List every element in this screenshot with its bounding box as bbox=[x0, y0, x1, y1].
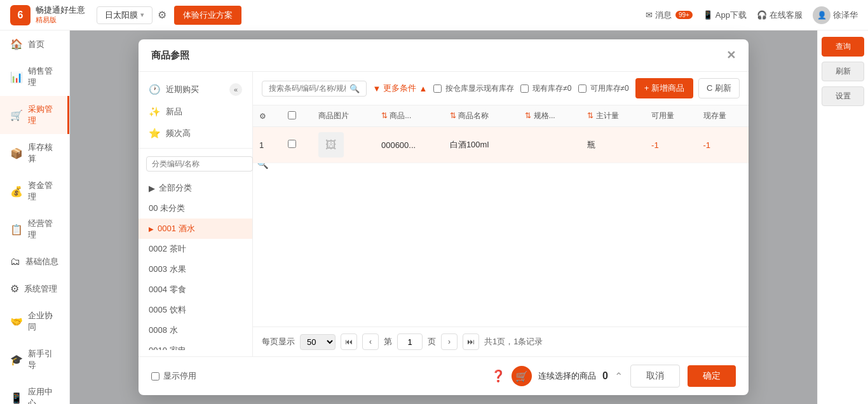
col-unit: ⇅ 主计量 bbox=[581, 105, 645, 127]
guide-icon: 🎓 bbox=[10, 354, 23, 366]
sidebar-item-management[interactable]: 📋 经营管理 bbox=[0, 210, 69, 248]
page-label: 第 bbox=[384, 336, 392, 347]
logo-sub: 精易版 bbox=[36, 15, 85, 25]
category-0005-label: 0005 饮料 bbox=[149, 304, 186, 316]
available-nonzero-checkbox[interactable] bbox=[578, 84, 587, 93]
warehouse-checkbox-row[interactable]: 按仓库显示现有库存 bbox=[433, 83, 514, 94]
footer-collapse-icon[interactable]: ⌃ bbox=[614, 370, 623, 382]
new-product-nav[interactable]: ✨ 新品 bbox=[139, 101, 252, 123]
app-download-nav-item[interactable]: 📱 App下载 bbox=[703, 10, 747, 21]
frequent-nav[interactable]: ⭐ 频次高 bbox=[139, 123, 252, 144]
row-stock: -1 bbox=[697, 127, 749, 163]
page-prev-button[interactable]: ‹ bbox=[362, 333, 379, 350]
store-name: 日太阳膜 bbox=[105, 10, 138, 21]
sidebar-item-system[interactable]: ⚙ 系统管理 bbox=[0, 275, 69, 302]
category-0005[interactable]: 0005 饮料 bbox=[139, 300, 252, 320]
sidebar-item-guide[interactable]: 🎓 新手引导 bbox=[0, 340, 69, 379]
message-nav-item[interactable]: ✉ 消息 99+ bbox=[646, 10, 693, 21]
category-0002[interactable]: 0002 茶叶 bbox=[139, 239, 252, 259]
page-last-button[interactable]: ⏭ bbox=[463, 333, 479, 350]
confirm-button[interactable]: 确定 bbox=[688, 365, 736, 387]
row-spec bbox=[519, 127, 581, 163]
category-list: ▶ 全部分类 00 未分类 ▶ 0001 酒水 0002 茶 bbox=[139, 175, 252, 350]
sidebar-item-sales[interactable]: 📊 销售管理 bbox=[0, 58, 69, 96]
help-icon[interactable]: ❓ bbox=[491, 369, 505, 383]
product-search-icon[interactable]: 🔍 bbox=[349, 84, 360, 93]
sidebar-item-basic-info[interactable]: 🗂 基础信息 bbox=[0, 248, 69, 275]
sidebar-label-basic-info: 基础信息 bbox=[25, 256, 58, 267]
cart-button[interactable]: 🛒 bbox=[512, 366, 532, 386]
query-button[interactable]: 查询 bbox=[822, 37, 864, 57]
sidebar-item-inventory[interactable]: 📦 库存核算 bbox=[0, 134, 69, 172]
category-00[interactable]: 00 未分类 bbox=[139, 198, 252, 219]
refresh-button[interactable]: C 刷新 bbox=[698, 78, 740, 98]
page-next-button[interactable]: › bbox=[441, 333, 458, 350]
page-first-button[interactable]: ⏮ bbox=[341, 333, 357, 350]
panel-refresh-button[interactable]: 刷新 bbox=[822, 62, 864, 81]
sales-icon: 📊 bbox=[10, 71, 23, 83]
select-all-checkbox[interactable] bbox=[288, 111, 296, 119]
show-disabled-checkbox[interactable] bbox=[151, 372, 159, 380]
category-all[interactable]: ▶ 全部分类 bbox=[139, 178, 252, 198]
recent-purchase-nav[interactable]: 🕐 近期购买 « bbox=[139, 78, 252, 101]
store-selector[interactable]: 日太阳膜 ▾ bbox=[97, 6, 153, 24]
filter-button[interactable]: ▼ 更多条件 ▲ bbox=[373, 83, 428, 94]
table-row[interactable]: 1 🖼 000600... 白酒100ml 瓶 bbox=[253, 127, 749, 163]
sidebar-label-system: 系统管理 bbox=[24, 283, 57, 295]
modal-footer: 显示停用 ❓ 🛒 连续选择的商品 0 ⌃ 取消 确定 bbox=[139, 356, 749, 395]
sidebar-item-finance[interactable]: 💰 资金管理 bbox=[0, 172, 69, 210]
modal-backdrop: 商品参照 ✕ 🕐 近期购买 « ✨ 新品 bbox=[70, 30, 817, 404]
page-size-select[interactable]: 20 50 100 bbox=[300, 334, 336, 350]
category-0010[interactable]: 0010 家电 bbox=[139, 340, 252, 350]
category-search-input[interactable] bbox=[146, 156, 253, 172]
show-disabled-checkbox-row[interactable]: 显示停用 bbox=[151, 370, 196, 382]
col-image: 商品图片 bbox=[312, 105, 375, 127]
settings-button[interactable]: 设置 bbox=[822, 86, 864, 106]
sidebar-item-purchase[interactable]: 🛒 采购管理 bbox=[0, 96, 69, 134]
row-num: 1 bbox=[253, 127, 281, 163]
sidebar-label-inventory: 库存核算 bbox=[28, 142, 59, 165]
page-number-input[interactable] bbox=[397, 333, 423, 350]
category-0003[interactable]: 0003 水果 bbox=[139, 259, 252, 279]
online-service-label: 在线客服 bbox=[770, 10, 803, 21]
col-settings[interactable]: ⚙ bbox=[253, 105, 281, 127]
gear-icon[interactable]: ⚙ bbox=[158, 9, 166, 21]
sidebar-item-apps[interactable]: 📱 应用中心 bbox=[0, 379, 69, 404]
sidebar-item-home[interactable]: 🏠 首页 bbox=[0, 30, 69, 58]
sidebar-label-home: 首页 bbox=[28, 39, 44, 50]
stock-nonzero-checkbox-row[interactable]: 现有库存≠0 bbox=[520, 83, 571, 94]
stock-nonzero-checkbox[interactable] bbox=[520, 84, 529, 93]
category-search-row: 🔍 bbox=[139, 152, 252, 175]
category-0008[interactable]: 0008 水 bbox=[139, 320, 252, 340]
user-avatar: 👤 bbox=[813, 6, 831, 24]
pagination-bar: 每页显示 20 50 100 ⏮ ‹ 第 页 › bbox=[253, 327, 749, 356]
row-unit: 瓶 bbox=[581, 127, 645, 163]
logo-area: 6 畅捷通好生意 精易版 bbox=[10, 5, 86, 25]
left-sidebar: 🏠 首页 📊 销售管理 🛒 采购管理 📦 库存核算 💰 资金管理 📋 经营管理 … bbox=[0, 30, 70, 404]
user-area[interactable]: 👤 徐泽华 bbox=[813, 6, 858, 24]
message-label: 消息 bbox=[655, 10, 672, 21]
apps-icon: 📱 bbox=[10, 392, 23, 404]
filter-label: 更多条件 bbox=[383, 83, 416, 94]
category-0001-label: 0001 酒水 bbox=[158, 223, 195, 234]
trial-button[interactable]: 体验行业方案 bbox=[174, 6, 241, 25]
category-0004[interactable]: 0004 零食 bbox=[139, 279, 252, 300]
system-icon: ⚙ bbox=[10, 283, 19, 295]
page-label2: 页 bbox=[428, 336, 436, 347]
recent-purchase-label: 近期购买 bbox=[166, 84, 199, 95]
stock-nonzero-label: 现有库存≠0 bbox=[532, 83, 571, 94]
sidebar-label-purchase: 采购管理 bbox=[28, 104, 57, 126]
logo-text: 畅捷通好生意 bbox=[36, 5, 85, 16]
collapse-button[interactable]: « bbox=[229, 83, 242, 96]
category-0001[interactable]: ▶ 0001 酒水 bbox=[139, 219, 252, 239]
add-product-button[interactable]: + 新增商品 bbox=[635, 78, 693, 98]
product-search-input[interactable] bbox=[269, 84, 346, 93]
online-service-nav-item[interactable]: 🎧 在线客服 bbox=[757, 10, 803, 21]
row-checkbox[interactable] bbox=[281, 127, 312, 163]
available-nonzero-checkbox-row[interactable]: 可用库存≠0 bbox=[578, 83, 629, 94]
category-0008-label: 0008 水 bbox=[149, 325, 178, 336]
cancel-button[interactable]: 取消 bbox=[630, 365, 680, 387]
sidebar-item-enterprise[interactable]: 🤝 企业协同 bbox=[0, 302, 69, 340]
modal-close-button[interactable]: ✕ bbox=[726, 48, 736, 62]
warehouse-checkbox[interactable] bbox=[433, 84, 442, 93]
